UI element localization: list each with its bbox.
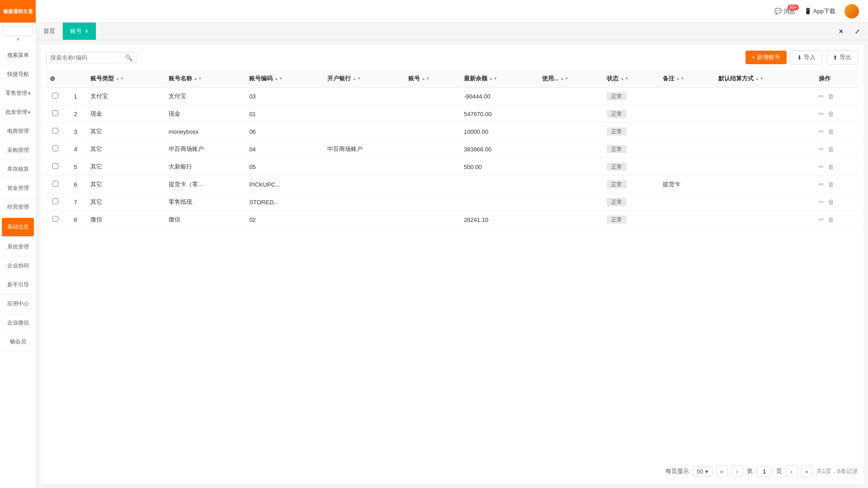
user-avatar[interactable]	[844, 4, 859, 19]
row-checkbox[interactable]	[46, 88, 64, 105]
page-last-button[interactable]: »	[801, 465, 813, 477]
col-default-settle-header[interactable]: 默认结算方式▲▼	[715, 70, 815, 88]
row-checkbox-input[interactable]	[52, 93, 58, 99]
search-icon[interactable]: 🔍	[125, 54, 132, 61]
sidebar-item-newcomer-guide[interactable]: 新手引导	[0, 276, 36, 295]
row-checkbox[interactable]	[46, 176, 64, 193]
sidebar-item-wholesale-mgmt[interactable]: 批发管理▾	[0, 103, 36, 122]
col-usage-header[interactable]: 使用...▲▼	[538, 70, 604, 88]
table-row: 3 其它 moneybosx 06 10000.00 正常 ✏ 🗑	[46, 123, 858, 141]
edit-icon[interactable]: ✏	[819, 110, 824, 117]
edit-icon[interactable]: ✏	[819, 145, 824, 153]
delete-icon[interactable]: 🗑	[828, 216, 834, 223]
sidebar-item-app-center[interactable]: 应用中心	[0, 295, 36, 314]
row-checkbox-input[interactable]	[52, 181, 58, 187]
col-bank-header[interactable]: 开户银行▲▼	[324, 70, 405, 88]
topbar-messages[interactable]: 💬 消息 99+	[774, 7, 795, 15]
col-gear[interactable]: ⚙	[46, 70, 64, 88]
edit-icon[interactable]: ✏	[819, 216, 824, 223]
row-index: 6	[64, 176, 87, 193]
sidebar-item-operation-mgmt[interactable]: 经营管理	[0, 198, 36, 217]
delete-icon[interactable]: 🗑	[828, 198, 834, 206]
edit-icon[interactable]: ✏	[819, 198, 824, 206]
toolbar-left: 🔍	[46, 52, 137, 63]
topbar-app-download[interactable]: 📱 App下载	[804, 7, 835, 15]
row-checkbox-input[interactable]	[52, 128, 58, 134]
row-checkbox[interactable]	[46, 105, 64, 123]
row-account	[405, 176, 460, 193]
delete-icon[interactable]: 🗑	[828, 110, 834, 117]
delete-icon[interactable]: 🗑	[828, 181, 834, 188]
edit-icon[interactable]: ✏	[819, 181, 824, 188]
tab-home[interactable]: 首页	[36, 23, 63, 40]
row-type: 其它	[87, 123, 165, 141]
row-checkbox-input[interactable]	[52, 110, 58, 116]
sidebar-item-system-mgmt[interactable]: 系统管理	[0, 238, 36, 257]
page-size-select[interactable]: 50 ▾	[693, 466, 712, 477]
delete-icon[interactable]: 🗑	[828, 93, 834, 100]
page-number-input[interactable]	[756, 466, 773, 477]
tab-account-close[interactable]: ✕	[85, 28, 89, 34]
col-name-header[interactable]: 账号名称▲▼	[165, 70, 246, 88]
sidebar-dropdown-icon[interactable]: ▾	[3, 36, 33, 42]
col-type-header[interactable]: 账号类型▲▼	[87, 70, 165, 88]
row-checkbox-input[interactable]	[52, 145, 58, 151]
sidebar-item-members[interactable]: 畅会员	[0, 333, 36, 352]
sidebar-item-enterprise-wechat[interactable]: 企业微信	[0, 314, 36, 333]
col-account-header[interactable]: 账号▲▼	[405, 70, 460, 88]
sidebar-item-basic-info[interactable]: 基础信息	[2, 218, 34, 237]
row-account	[405, 141, 460, 158]
row-checkbox[interactable]	[46, 123, 64, 141]
sidebar-item-search-menu[interactable]: 搜索菜单	[0, 46, 36, 65]
row-code: 05	[245, 158, 324, 176]
edit-icon[interactable]: ✏	[819, 93, 824, 100]
col-status-header[interactable]: 状态▲▼	[603, 70, 659, 88]
col-code-header[interactable]: 账号编码▲▼	[245, 70, 324, 88]
row-actions: ✏ 🗑	[815, 158, 858, 176]
export-button[interactable]: ⬆ 导出	[826, 50, 858, 65]
edit-icon[interactable]: ✏	[819, 128, 824, 135]
sidebar-item-enterprise-agreement[interactable]: 企业协同	[0, 257, 36, 276]
col-balance-header[interactable]: 最新余额▲▼	[460, 70, 538, 88]
delete-icon[interactable]: 🗑	[828, 163, 834, 170]
tab-expand-button[interactable]: ⤢	[850, 23, 864, 40]
row-checkbox[interactable]	[46, 158, 64, 176]
row-actions: ✏ 🗑	[815, 105, 858, 123]
row-account	[405, 158, 460, 176]
sidebar-label: 畅会员	[10, 338, 26, 345]
page-next-button[interactable]: ›	[786, 465, 797, 477]
sidebar-search-input[interactable]	[3, 26, 33, 36]
sidebar-item-capital-mgmt[interactable]: 资金管理	[0, 179, 36, 198]
col-remark-header[interactable]: 备注▲▼	[659, 70, 715, 88]
search-input[interactable]	[50, 54, 123, 61]
row-checkbox[interactable]	[46, 141, 64, 158]
import-label: 导入	[804, 53, 816, 61]
sidebar-item-inventory-calc[interactable]: 库存核算	[0, 160, 36, 179]
app-icon: 📱	[804, 8, 811, 14]
row-checkbox-input[interactable]	[52, 163, 58, 169]
delete-icon[interactable]: 🗑	[828, 128, 834, 135]
sidebar-item-purchase-mgmt[interactable]: 采购管理	[0, 141, 36, 160]
sidebar-item-quick-nav[interactable]: 快捷导航	[0, 65, 36, 84]
row-checkbox[interactable]	[46, 193, 64, 211]
row-checkbox-input[interactable]	[52, 216, 58, 222]
row-account	[405, 193, 460, 211]
row-checkbox[interactable]	[46, 211, 64, 229]
search-box: 🔍	[46, 52, 137, 63]
row-actions: ✏ 🗑	[815, 141, 858, 158]
import-button[interactable]: ⬇ 导入	[790, 50, 822, 65]
row-default-settle	[715, 211, 815, 229]
sidebar-item-ecommerce-mgmt[interactable]: 电商管理	[0, 122, 36, 141]
add-account-button[interactable]: + 新增账号	[745, 51, 787, 64]
page-prev-button[interactable]: ‹	[731, 465, 743, 477]
page-first-button[interactable]: «	[716, 465, 728, 477]
row-balance: -90444.00	[460, 88, 538, 105]
tab-account[interactable]: 账号 ✕	[63, 23, 96, 40]
row-balance	[460, 176, 538, 193]
edit-icon[interactable]: ✏	[819, 163, 824, 170]
row-checkbox-input[interactable]	[52, 198, 58, 204]
sidebar-item-retail-mgmt[interactable]: 零售管理▾	[0, 84, 36, 103]
row-default-settle	[715, 193, 815, 211]
delete-icon[interactable]: 🗑	[828, 145, 834, 153]
tab-close-button[interactable]: ✕	[834, 23, 848, 40]
